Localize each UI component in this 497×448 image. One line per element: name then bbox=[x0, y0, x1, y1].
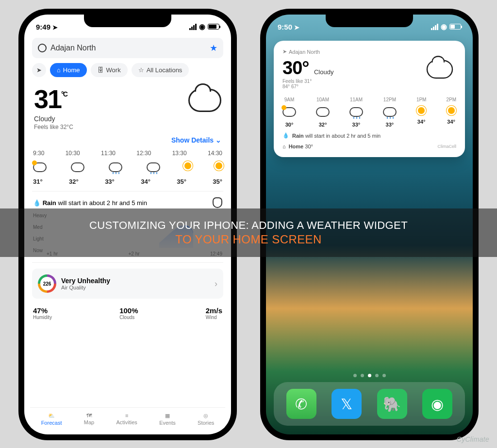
twitter-icon: 𝕏 bbox=[341, 396, 352, 413]
drop-icon: 💧 bbox=[282, 132, 289, 139]
home-icon: ⌂ bbox=[282, 144, 286, 149]
widget-temp: 30° bbox=[282, 58, 309, 78]
cloud-icon bbox=[188, 89, 221, 112]
location-arrow-icon: ➤ bbox=[294, 24, 299, 31]
weather-icon-partly bbox=[33, 162, 47, 172]
aqi-subtitle: Air Quality bbox=[61, 285, 110, 290]
tab-activities[interactable]: ≡Activities bbox=[116, 413, 137, 426]
widget-location: ➤Adajan North bbox=[282, 48, 456, 55]
cellular-signal-icon bbox=[431, 24, 438, 30]
page-dot bbox=[361, 374, 364, 377]
status-time: 9:50 bbox=[278, 23, 292, 31]
weather-icon-rain bbox=[147, 162, 160, 172]
location-arrow-icon: ➤ bbox=[52, 24, 58, 31]
page-dot bbox=[353, 374, 357, 377]
current-location-chip[interactable]: ➤ bbox=[32, 63, 46, 77]
dock: ✆ 𝕏 🐘 ◉ bbox=[274, 382, 465, 426]
hour-label: 13:30 bbox=[172, 150, 187, 157]
wifi-icon: ◉ bbox=[199, 22, 205, 31]
chip-label: Work bbox=[106, 66, 121, 74]
page-dot-active bbox=[368, 374, 371, 377]
hour-label: 12:30 bbox=[136, 150, 151, 157]
tab-stories[interactable]: ◎Stories bbox=[198, 413, 214, 426]
notch bbox=[84, 15, 171, 27]
battery-icon bbox=[208, 24, 219, 30]
home-chip[interactable]: ⌂ Home bbox=[50, 63, 87, 77]
hour-temp: 34° bbox=[141, 178, 150, 185]
page-indicator[interactable] bbox=[266, 374, 473, 377]
weather-icon-sunny bbox=[448, 107, 455, 114]
weather-icon-partly bbox=[282, 107, 296, 117]
aqi-title: Very Unhealthy bbox=[61, 277, 110, 285]
hour-label: 11:30 bbox=[101, 150, 116, 157]
drop-icon: 💧 bbox=[33, 199, 41, 207]
weather-icon-rain bbox=[349, 107, 363, 117]
clouds-stat: 100%Clouds bbox=[119, 306, 138, 320]
hourly-icons bbox=[32, 159, 223, 176]
evernote-icon: 🐘 bbox=[383, 396, 401, 413]
app-twitter[interactable]: 𝕏 bbox=[331, 389, 362, 419]
hour-temp: 31° bbox=[33, 178, 43, 185]
current-weather: 31°C Cloudy Feels like 32°C bbox=[32, 84, 223, 134]
location-bar[interactable]: Adajan North ★ bbox=[32, 38, 223, 58]
tab-forecast[interactable]: ⛅Forecast bbox=[41, 413, 62, 426]
widget-home-line: ⌂Home 30°ClimaCell bbox=[282, 144, 456, 149]
weather-icon-rain bbox=[383, 107, 397, 117]
app-phone[interactable]: ✆ bbox=[286, 389, 316, 419]
widget-attribution: ClimaCell bbox=[437, 144, 456, 149]
aqi-gauge-icon: 226 bbox=[38, 274, 56, 293]
status-time: 9:49 bbox=[36, 23, 50, 31]
events-icon: ▦ bbox=[165, 413, 170, 419]
hour-temp: 33° bbox=[105, 178, 115, 185]
hour-temp: 35° bbox=[213, 178, 222, 185]
favorite-star-icon[interactable]: ★ bbox=[210, 43, 217, 53]
air-quality-card[interactable]: 226 Very Unhealthy Air Quality › bbox=[32, 269, 223, 299]
chip-label: Home bbox=[63, 66, 80, 74]
widget-condition: Cloudy bbox=[314, 68, 333, 76]
widget-feels-like: Feels like 31° bbox=[282, 79, 333, 84]
weather-widget[interactable]: ➤Adajan North 30° Cloudy Feels like 31° … bbox=[274, 41, 465, 157]
app-spotify[interactable]: ◉ bbox=[422, 389, 452, 419]
weather-icon-rain bbox=[109, 162, 122, 172]
chip-label: All Locations bbox=[147, 66, 182, 74]
weather-icon-sunny bbox=[215, 162, 222, 169]
widget-hourly: 9AM30° 10AM32° 11AM33° 12PM33° 1PM34° 2P… bbox=[282, 97, 456, 128]
widget-minmax: 84° 67° bbox=[282, 84, 333, 89]
stories-icon: ◎ bbox=[203, 413, 208, 419]
forecast-icon: ⛅ bbox=[48, 413, 55, 419]
gear-icon[interactable] bbox=[38, 44, 47, 52]
hourly-times: 9:30 10:30 11:30 12:30 13:30 14:30 bbox=[32, 149, 223, 159]
hour-temp: 35° bbox=[177, 178, 186, 185]
banner-line2: TO YOUR HOME SCREEN bbox=[15, 233, 482, 246]
nav-arrow-icon: ➤ bbox=[282, 48, 287, 55]
spotify-icon: ◉ bbox=[431, 396, 444, 413]
wind-stat: 2m/sWind bbox=[206, 306, 222, 320]
weather-icon-cloud bbox=[71, 162, 84, 172]
wifi-icon: ◉ bbox=[441, 22, 447, 31]
hour-label: 14:30 bbox=[208, 150, 222, 157]
location-chips: ➤ ⌂ Home 🗄 Work ☆ All Locations bbox=[32, 63, 223, 77]
weather-stats: 47%Humidity 100%Clouds 2m/sWind bbox=[32, 304, 223, 324]
hour-label: 9:30 bbox=[33, 150, 44, 157]
weather-icon-sunny bbox=[418, 107, 425, 114]
tab-events[interactable]: ▦Events bbox=[159, 413, 176, 426]
bell-icon[interactable] bbox=[213, 197, 222, 208]
all-locations-chip[interactable]: ☆ All Locations bbox=[132, 63, 189, 77]
work-chip[interactable]: 🗄 Work bbox=[91, 63, 128, 77]
chevron-right-icon: › bbox=[215, 279, 217, 289]
rain-forecast-text: 💧 Rain will start in about 2 hr and 5 mi… bbox=[33, 199, 147, 207]
title-banner: CUSTOMIZING YOUR IPHONE: ADDING A WEATHE… bbox=[0, 208, 497, 257]
tab-map[interactable]: 🗺Map bbox=[84, 413, 94, 426]
show-details-link[interactable]: Show Details ⌄ bbox=[34, 136, 221, 144]
weather-icon-sunny bbox=[184, 162, 191, 169]
page-dot bbox=[382, 374, 386, 377]
app-evernote[interactable]: 🐘 bbox=[377, 389, 407, 419]
condition-text: Cloudy bbox=[34, 115, 73, 123]
cloud-icon bbox=[427, 60, 453, 79]
hour-label: 10:30 bbox=[66, 150, 80, 157]
phone-icon: ✆ bbox=[295, 396, 307, 413]
location-name: Adajan North bbox=[50, 44, 206, 52]
hourly-temps: 31° 32° 33° 34° 35° 35° bbox=[32, 176, 223, 192]
map-icon: 🗺 bbox=[86, 413, 92, 418]
aqi-value: 226 bbox=[40, 277, 54, 290]
